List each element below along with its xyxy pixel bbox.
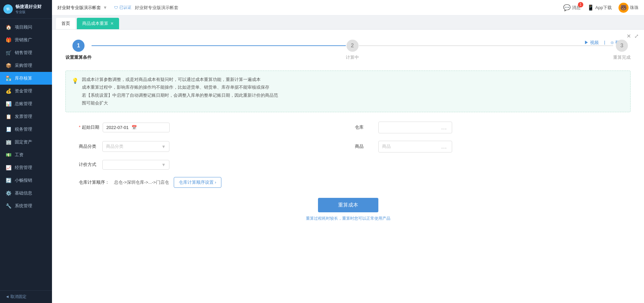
step-line-1 xyxy=(92,45,346,46)
ledger-icon: 📊 xyxy=(5,101,11,107)
app-download-btn[interactable]: 📱 App下载 xyxy=(587,4,612,11)
assets-icon: 🏢 xyxy=(5,139,11,145)
sidebar-item-operations[interactable]: 📈 经营管理 xyxy=(0,161,52,174)
pricing-input[interactable]: ▼ xyxy=(102,160,169,170)
form-section: *起始日期 2022-07-01 📅 仓库 … xyxy=(65,122,631,188)
step-label-1: 设置重算条件 xyxy=(65,54,92,60)
sidebar-label-marketing: 营销推广 xyxy=(15,37,32,43)
start-date-input[interactable]: 2022-07-01 📅 xyxy=(103,123,170,132)
sidebar-item-tax[interactable]: 🧾 税务管理 xyxy=(0,123,52,136)
pricing-label: 计价方式 xyxy=(79,162,99,168)
warehouse-order-settings-label: 仓库计算顺序设置 › xyxy=(179,179,216,185)
sidebar-footer-label: ◄ 取消固定 xyxy=(5,294,26,300)
goods-input[interactable]: 商品 … xyxy=(378,141,452,153)
steps-bar: 1 设置重算条件 2 计算中 3 重算完成 xyxy=(65,40,631,60)
help-separator: | xyxy=(604,40,605,46)
sidebar-item-basics[interactable]: ⚙️ 基础信息 xyxy=(0,187,52,200)
message-btn[interactable]: 💬 消息 1 xyxy=(563,4,581,11)
info-line-4: 围可能会扩大 xyxy=(82,99,278,107)
pricing-field: 计价方式 ▼ xyxy=(79,160,341,170)
step-label-2: 计算中 xyxy=(346,54,359,60)
tab-recalc-label: 商品成本重算 xyxy=(82,20,108,27)
tab-home[interactable]: 首页 xyxy=(56,18,75,29)
topbar: 好业财专业版演示帐套 ▼ 🛡 已认证 好业财专业版演示帐套 💬 消息 1 📱 A… xyxy=(52,0,644,15)
warehouse-order-label: 仓库计算顺序： xyxy=(79,179,109,185)
warehouse-input[interactable]: … xyxy=(378,122,452,133)
goods-field: 商品 商品 … xyxy=(355,141,618,153)
sidebar-label-finance: 资金管理 xyxy=(15,88,32,94)
sidebar-item-finance[interactable]: 💰 资金管理 xyxy=(0,85,52,97)
video-link[interactable]: ▶ 视频 xyxy=(584,40,599,46)
sidebar-label-inventory: 库存核算 xyxy=(15,75,32,81)
category-label: 商品分类 xyxy=(79,143,99,149)
recalc-button[interactable]: 重算成本 xyxy=(318,198,378,212)
sidebar-unpin-btn[interactable]: ◄ 取消固定 xyxy=(0,290,52,303)
sidebar-item-inventory[interactable]: 🏪 库存核算 xyxy=(0,72,52,85)
goods-placeholder: 商品 xyxy=(382,143,391,149)
pricing-dropdown-icon[interactable]: ▼ xyxy=(161,162,166,167)
recalc-btn-label: 重算成本 xyxy=(338,202,358,208)
start-date-field: *起始日期 2022-07-01 📅 xyxy=(79,123,341,132)
form-row-3: 计价方式 ▼ xyxy=(79,160,617,170)
info-line-3: 若【系统设置】中启用了自动调整记账日期时，会调整入库单的整单记账日期，因此重新计… xyxy=(82,91,278,99)
account-dropdown-icon[interactable]: ▼ xyxy=(103,5,107,10)
sidebar-label-operations: 经营管理 xyxy=(15,165,32,171)
recalc-note: 重算过程耗时较长，重算时您可以正常使用产品 xyxy=(306,216,390,221)
calendar-icon[interactable]: 📅 xyxy=(131,125,137,130)
close-btn[interactable]: ✕ xyxy=(627,33,631,39)
step-2: 2 计算中 xyxy=(346,40,359,60)
expand-btn[interactable]: ⤢ xyxy=(634,33,639,39)
sidebar-label-invoice: 发票管理 xyxy=(15,114,32,120)
sidebar-item-system[interactable]: 🔧 系统管理 xyxy=(0,200,52,212)
sidebar-item-purchase[interactable]: 📦 采购管理 xyxy=(0,59,52,72)
sidebar-label-purchase: 采购管理 xyxy=(15,62,32,69)
sidebar-item-ledger[interactable]: 📊 总账管理 xyxy=(0,97,52,110)
category-dropdown-icon[interactable]: ▼ xyxy=(161,144,166,149)
sidebar-item-project[interactable]: 🏠 项目顾问 xyxy=(0,21,52,34)
sidebar-item-expense[interactable]: 🔄 小畅报销 xyxy=(0,174,52,187)
warehouse-order-row: 仓库计算顺序： 总仓->深圳仓库->...->门店仓 仓库计算顺序设置 › xyxy=(79,177,617,188)
tab-close-icon[interactable]: ✕ xyxy=(110,21,114,26)
warehouse-label: 仓库 xyxy=(355,124,375,130)
operations-icon: 📈 xyxy=(5,165,11,171)
form-row-2: 商品分类 商品分类 ▼ 商品 商品 … xyxy=(79,141,617,153)
step-1: 1 设置重算条件 xyxy=(65,40,92,60)
payroll-icon: 💵 xyxy=(5,152,11,158)
user-name: 珠珠 xyxy=(630,5,639,11)
company-name: 好业财专业版演示帐套 xyxy=(135,5,178,11)
warehouse-more-icon[interactable]: … xyxy=(440,124,448,131)
info-box: 💡 因成本计算参数调整，或是对商品成本有疑问时，可以通过成本重算功能，重新计算一… xyxy=(65,71,631,112)
app-download-label: App下载 xyxy=(595,5,612,11)
sales-icon: 🛒 xyxy=(5,50,11,56)
invoice-icon: 📋 xyxy=(5,114,11,120)
category-input[interactable]: 商品分类 ▼ xyxy=(102,141,169,152)
tab-recalc[interactable]: 商品成本重算 ✕ xyxy=(77,18,119,29)
message-icon: 💬 xyxy=(563,4,571,11)
recalc-section: 重算成本 重算过程耗时较长，重算时您可以正常使用产品 xyxy=(65,198,631,221)
tax-icon: 🧾 xyxy=(5,126,11,132)
verified-text: 已认证 xyxy=(119,5,131,10)
account-selector[interactable]: 好业财专业版演示帐套 ▼ xyxy=(57,5,107,11)
category-field: 商品分类 商品分类 ▼ xyxy=(79,141,341,152)
user-avatar-btn[interactable]: 🐻 珠珠 xyxy=(619,3,639,13)
sidebar-nav: 🏠 项目顾问 🎁 营销推广 🛒 销售管理 📦 采购管理 🏪 库存核算 💰 资金管… xyxy=(0,19,52,290)
step-circle-3: 3 xyxy=(616,40,628,52)
sidebar-item-invoice[interactable]: 📋 发票管理 xyxy=(0,110,52,123)
sidebar-label-tax: 税务管理 xyxy=(15,126,32,132)
required-mark: * xyxy=(79,125,80,130)
sidebar-item-assets[interactable]: 🏢 固定资产 xyxy=(0,136,52,148)
step-circle-2: 2 xyxy=(346,40,359,52)
sidebar-item-sales[interactable]: 🛒 销售管理 xyxy=(0,46,52,59)
goods-more-icon[interactable]: … xyxy=(440,143,448,150)
sidebar-label-system: 系统管理 xyxy=(15,203,32,209)
purchase-icon: 📦 xyxy=(5,62,11,69)
sidebar-item-payroll[interactable]: 💵 工资 xyxy=(0,148,52,161)
warehouse-order-settings-btn[interactable]: 仓库计算顺序设置 › xyxy=(174,177,221,188)
basics-icon: ⚙️ xyxy=(5,190,11,196)
form-row-1: *起始日期 2022-07-01 📅 仓库 … xyxy=(79,122,617,133)
finance-icon: 💰 xyxy=(5,88,11,94)
project-icon: 🏠 xyxy=(5,24,11,30)
sidebar: 畅 畅捷通好业财 专业版 🏠 项目顾问 🎁 营销推广 🛒 销售管理 📦 采购管理… xyxy=(0,0,52,303)
sidebar-item-marketing[interactable]: 🎁 营销推广 xyxy=(0,34,52,46)
verified-badge: 🛡 已认证 xyxy=(114,5,131,10)
